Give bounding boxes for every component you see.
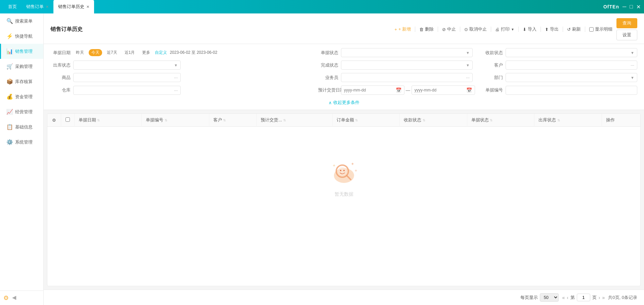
sort-amount-icon[interactable]: ⇅ (355, 118, 358, 122)
table-settings-icon[interactable]: ⚙ (52, 118, 56, 123)
delete-button[interactable]: 🗑 删除 (419, 26, 434, 32)
customer-input[interactable] (509, 63, 629, 68)
sidebar-item-sales-mgmt[interactable]: 📊 销售管理 (0, 44, 43, 59)
last-page-button[interactable]: » (602, 295, 605, 300)
th-customer: 客户 ⇅ (209, 114, 257, 127)
first-page-button[interactable]: « (562, 295, 565, 300)
divider5 (518, 27, 519, 32)
filter-row-1: 单据日期 昨天 今天 近7天 近1月 更多 自定义 2023-06-02 至 2… (50, 48, 637, 57)
delivery-start-input[interactable] (344, 88, 394, 92)
bill-status-input[interactable] (344, 50, 464, 55)
bill-no-control[interactable] (506, 86, 637, 95)
sidebar: 🔍 搜索菜单 ⚡ 快捷导航 📊 销售管理 🛒 采购管理 📦 库存核算 💰 资金管… (0, 13, 44, 305)
th-checkbox[interactable] (61, 114, 74, 127)
sidebar-item-search-menu[interactable]: 🔍 搜索菜单 (0, 13, 43, 29)
date-tab-7days[interactable]: 近7天 (104, 49, 120, 56)
sort-bill-no-icon[interactable]: ⇅ (165, 118, 167, 122)
warehouse-input[interactable] (76, 88, 172, 93)
cancel-stop-button[interactable]: ⊙ 取消中止 (464, 26, 487, 32)
prev-page-button[interactable]: ‹ (567, 295, 568, 300)
bill-status-label: 单据状态 (318, 50, 338, 56)
page-number-input[interactable] (577, 294, 590, 301)
sidebar-item-finance[interactable]: 💰 资金管理 (0, 89, 43, 104)
page-size-select[interactable]: 10 20 50 100 (540, 293, 559, 302)
minimize-icon[interactable]: ─ (622, 4, 626, 10)
close-tab-sales-order[interactable]: ✕ (46, 5, 49, 9)
next-page-button[interactable]: › (599, 295, 600, 300)
close-tab-sales-order-history[interactable]: ✕ (86, 5, 89, 9)
complete-status-input[interactable] (344, 63, 464, 68)
date-tab-custom[interactable]: 自定义 (155, 50, 167, 55)
date-tab-1month[interactable]: 近1月 (122, 49, 138, 56)
collapse-sidebar-icon[interactable]: ◀ (12, 294, 16, 302)
settings-button[interactable]: 设置 (616, 30, 637, 40)
money-icon: 💰 (6, 93, 12, 100)
sort-date-icon[interactable]: ⇅ (97, 118, 100, 122)
delivery-end-input[interactable] (415, 88, 465, 92)
date-tab-more[interactable]: 更多 (139, 49, 153, 56)
delivery-start-control[interactable]: 📅 (341, 85, 404, 95)
tab-sales-order-history[interactable]: 销售订单历史 ✕ (53, 0, 94, 13)
add-button[interactable]: + + 新增 (394, 26, 411, 32)
sidebar-item-purchase-mgmt[interactable]: 🛒 采购管理 (0, 59, 43, 74)
tab-home[interactable]: 首页 (3, 0, 22, 13)
settings-bottom-icon[interactable]: ⚙ (3, 294, 9, 302)
export-button[interactable]: ⬆ 导出 (545, 26, 559, 32)
stop-button[interactable]: ⊘ 中止 (442, 26, 456, 32)
import-button[interactable]: ⬇ 导入 (523, 26, 536, 32)
th-delivery-label: 预计交货... (261, 117, 282, 122)
display-toggle[interactable]: 显示明细 (589, 26, 612, 32)
date-tab-yesterday[interactable]: 昨天 (73, 49, 87, 56)
calendar-start-icon[interactable]: 📅 (396, 87, 401, 93)
th-customer-label: 客户 (213, 117, 222, 122)
product-control[interactable]: ··· (73, 73, 181, 82)
warehouse-control[interactable]: ··· (73, 86, 181, 95)
sort-customer-icon[interactable]: ⇅ (223, 118, 226, 122)
refresh-button[interactable]: ↺ 刷新 (567, 26, 581, 32)
salesperson-control[interactable]: ··· (341, 73, 473, 82)
receipt-status-control[interactable]: ▼ (506, 48, 637, 57)
dept-control[interactable]: ▼ (506, 73, 637, 82)
filter-delivery-date: 预计交货日期 📅 — 📅 (308, 85, 473, 95)
customer-control[interactable]: ··· (506, 61, 637, 70)
complete-status-control[interactable]: ▼ (341, 61, 473, 70)
calendar-end-icon[interactable]: 📅 (466, 87, 472, 93)
gear-icon: ⚙️ (6, 139, 12, 145)
table-area: ⚙ 单据日期 ⇅ 单据编号 ⇅ (47, 113, 641, 286)
date-tab-today[interactable]: 今天 (89, 49, 102, 56)
sidebar-item-sys-mgmt[interactable]: ⚙️ 系统管理 (0, 135, 43, 150)
product-dots: ··· (174, 75, 178, 80)
sidebar-item-inventory[interactable]: 📦 库存核算 (0, 74, 43, 89)
sidebar-item-operations[interactable]: 📈 经营管理 (0, 104, 43, 119)
sort-bill-status-icon[interactable]: ⇅ (490, 118, 492, 122)
out-status-control[interactable]: ▼ (73, 61, 181, 70)
bill-no-input[interactable] (509, 88, 634, 93)
th-settings[interactable]: ⚙ (47, 114, 61, 127)
display-toggle-checkbox[interactable] (589, 27, 594, 32)
collapse-button[interactable]: ∧ 收起更多条件 (329, 100, 359, 106)
product-input[interactable] (76, 75, 172, 80)
tab-sales-order[interactable]: 销售订单 ✕ (22, 0, 53, 13)
receipt-status-input[interactable] (509, 50, 629, 55)
filter-product: 商品 ··· (50, 73, 308, 82)
sort-delivery-icon[interactable]: ⇅ (283, 118, 286, 122)
query-button[interactable]: 查询 (616, 18, 637, 28)
bill-status-control[interactable]: ▼ (341, 48, 473, 57)
sidebar-item-quick-nav[interactable]: ⚡ 快捷导航 (0, 29, 43, 44)
svg-point-5 (343, 170, 345, 171)
sidebar-item-label: 库存核算 (15, 79, 33, 85)
maximize-icon[interactable]: □ (630, 4, 633, 10)
print-button[interactable]: 🖨 打印 ▼ (495, 26, 514, 32)
out-status-input[interactable] (76, 63, 172, 68)
th-amount-label: 订单金额 (337, 117, 354, 122)
select-all-checkbox[interactable] (66, 117, 70, 122)
dept-input[interactable] (509, 75, 629, 80)
main-layout: 🔍 搜索菜单 ⚡ 快捷导航 📊 销售管理 🛒 采购管理 📦 库存核算 💰 资金管… (0, 13, 644, 305)
sort-receipt-icon[interactable]: ⇅ (423, 118, 425, 122)
delivery-end-control[interactable]: 📅 (412, 85, 475, 95)
close-icon[interactable]: ✕ (636, 4, 641, 10)
salesperson-input[interactable] (344, 75, 464, 80)
table-header: ⚙ 单据日期 ⇅ 单据编号 ⇅ (47, 114, 640, 127)
sort-out-status-icon[interactable]: ⇅ (557, 118, 560, 122)
sidebar-item-base-info[interactable]: 📋 基础信息 (0, 119, 43, 135)
